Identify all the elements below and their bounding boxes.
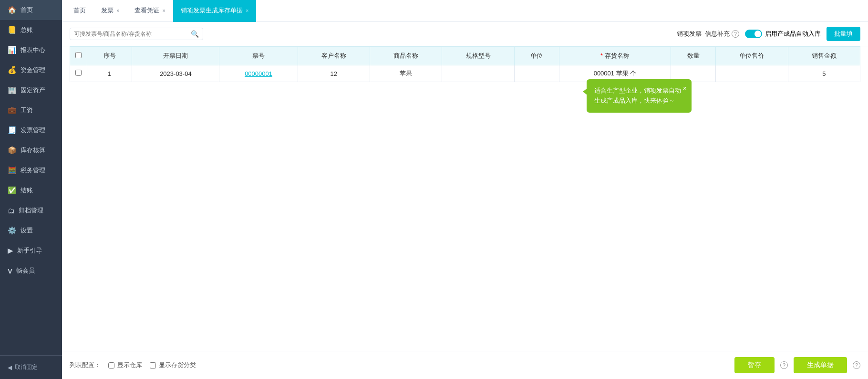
sidebar-item-label: 畅会员 [16,266,35,275]
show-warehouse-group: 显示仓库 [108,361,142,369]
fund-icon: 💰 [8,66,17,74]
show-inventory-category-group: 显示存货分类 [150,361,196,369]
info-help-icon[interactable]: ? [732,30,739,38]
tab-invoice[interactable]: 发票 × [93,0,127,22]
sidebar-item-guide[interactable]: ▶ 新手引导 [0,241,62,261]
tab-voucher-close[interactable]: × [162,8,165,13]
tooltip-close-button[interactable]: × [683,83,687,94]
tab-bar: 首页 发票 × 查看凭证 × 销项发票生成库存单据 × [62,0,868,22]
show-inventory-category-label: 显示存货分类 [159,361,196,369]
auto-warehouse-toggle[interactable] [745,30,762,38]
settlement-icon: ✅ [8,186,17,195]
sidebar-item-label: 税务管理 [21,166,45,175]
show-warehouse-checkbox[interactable] [108,362,114,368]
sidebar-item-inventory[interactable]: 📦 库存核算 [0,140,62,160]
th-unit: 单位 [514,47,559,65]
payroll-icon: 💼 [8,106,17,115]
row-sales-amount: 5 [788,65,860,82]
th-checkbox [70,47,87,65]
tab-generate-stock-label: 销项发票生成库存单据 [181,6,243,15]
tab-home-label: 首页 [73,6,86,15]
save-help-icon[interactable]: ? [780,361,788,369]
sidebar-item-label: 首页 [21,6,33,14]
th-customer: 客户名称 [298,47,370,65]
tooltip-box: × 适合生产型企业，销项发票自动生成产成品入库，快来体验～ [587,79,692,113]
sidebar-item-label: 发票管理 [21,126,45,135]
main-content: 首页 发票 × 查看凭证 × 销项发票生成库存单据 × 🔍 销项发票_信息补充 … [62,0,868,379]
table-header-row: 序号 开票日期 票号 客户名称 商品名称 规格型号 单位 * 存货名称 数量 单… [70,47,860,65]
row-customer: 12 [298,65,370,82]
tax-icon: 🧮 [8,166,17,175]
sidebar-item-label: 资金管理 [21,66,45,74]
tab-generate-stock-close[interactable]: × [246,8,248,13]
ticket-no-link[interactable]: 00000001 [245,70,272,77]
tab-invoice-close[interactable]: × [116,8,119,13]
toggle-area: 启用产成品自动入库 [745,30,821,38]
sidebar-item-invoice-management[interactable]: 🧾 发票管理 [0,120,62,140]
sidebar-item-label: 新手引导 [17,246,42,255]
th-ticket-no: 票号 [219,47,298,65]
sidebar-item-label: 固定资产 [21,86,45,95]
th-seq: 序号 [87,47,132,65]
info-label-text: 销项发票_信息补充 [677,30,730,38]
sidebar-item-tax-management[interactable]: 🧮 税务管理 [0,160,62,180]
table-container: 序号 开票日期 票号 客户名称 商品名称 规格型号 单位 * 存货名称 数量 单… [62,46,868,351]
th-sales-amount: 销售金额 [788,47,860,65]
sidebar-item-membership[interactable]: V 畅会员 [0,261,62,281]
sidebar-item-fixed-assets[interactable]: 🏢 固定资产 [0,80,62,100]
footer-actions: 暂存 ? 生成单据 ? [734,357,860,373]
row-seq: 1 [87,65,132,82]
row-unit-price [716,65,788,82]
search-box[interactable]: 🔍 [70,28,203,40]
save-button[interactable]: 暂存 [734,357,775,373]
sidebar-item-label: 结账 [21,186,33,195]
th-open-date: 开票日期 [132,47,219,65]
sidebar-item-settings[interactable]: ⚙️ 设置 [0,221,62,241]
sidebar-item-home[interactable]: 🏠 首页 [0,0,62,20]
undo-pin-label: 取消固定 [15,363,38,371]
report-icon: 📊 [8,46,17,54]
sidebar: 🏠 首页 📒 总账 📊 报表中心 💰 资金管理 🏢 固定资产 💼 工资 🧾 发票… [0,0,62,379]
select-all-checkbox[interactable] [75,52,82,58]
th-unit-price: 单位售价 [716,47,788,65]
batch-fill-button[interactable]: 批量填 [827,27,860,41]
sidebar-item-label: 报表中心 [21,46,45,54]
sidebar-item-label: 总账 [21,26,33,34]
table-body: 1 2023-03-04 00000001 12 苹果 000001 苹果 个 … [70,65,860,82]
ledger-icon: 📒 [8,26,17,34]
sidebar-bottom: ◀ 取消固定 [0,355,62,379]
row-spec [442,65,514,82]
row-open-date: 2023-03-04 [132,65,219,82]
sidebar-item-payroll[interactable]: 💼 工资 [0,100,62,120]
th-spec: 规格型号 [442,47,514,65]
data-table: 序号 开票日期 票号 客户名称 商品名称 规格型号 单位 * 存货名称 数量 单… [70,46,860,82]
show-inventory-category-checkbox[interactable] [150,362,156,368]
row-checkbox-cell [70,65,87,82]
search-input[interactable] [74,31,191,37]
toolbar: 🔍 销项发票_信息补充 ? 启用产成品自动入库 批量填 [62,22,868,46]
row-checkbox[interactable] [75,70,82,76]
sidebar-item-report-center[interactable]: 📊 报表中心 [0,40,62,60]
tab-voucher[interactable]: 查看凭证 × [127,0,173,22]
tooltip-text: 适合生产型企业，销项发票自动生成产成品入库，快来体验～ [594,87,681,104]
settings-icon: ⚙️ [8,226,17,235]
guide-icon: ▶ [8,246,13,255]
generate-help-icon[interactable]: ? [853,361,860,369]
undo-pin-button[interactable]: ◀ 取消固定 [0,359,62,375]
membership-icon: V [8,267,12,275]
row-unit [514,65,559,82]
sidebar-item-general-ledger[interactable]: 📒 总账 [0,20,62,40]
search-icon: 🔍 [191,30,199,38]
sidebar-item-settlement[interactable]: ✅ 结账 [0,180,62,200]
generate-button[interactable]: 生成单据 [794,357,847,373]
sidebar-item-label: 工资 [21,106,33,115]
tab-generate-stock[interactable]: 销项发票生成库存单据 × [173,0,256,22]
sidebar-item-fund-management[interactable]: 💰 资金管理 [0,60,62,80]
sidebar-item-archive[interactable]: 🗂 归档管理 [0,200,62,221]
page-body: 🔍 销项发票_信息补充 ? 启用产成品自动入库 批量填 [62,22,868,379]
th-product-name: 商品名称 [370,47,442,65]
row-ticket-no: 00000001 [219,65,298,82]
tab-home[interactable]: 首页 [66,0,93,22]
th-inventory-name: * 存货名称 [559,47,671,65]
tab-invoice-label: 发票 [101,6,114,15]
